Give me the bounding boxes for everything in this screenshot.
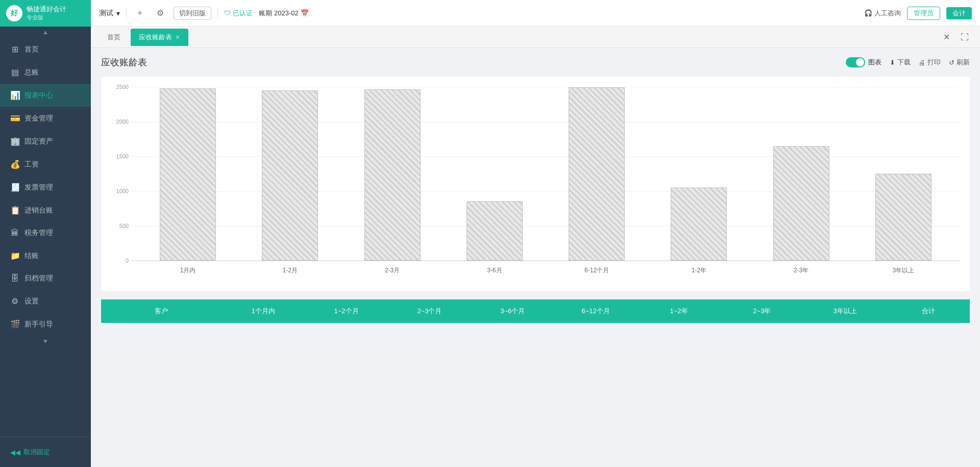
- tabbar: 首页 应收账龄表 ✕ ✕ ⛶: [91, 27, 980, 48]
- sidebar-item-tax[interactable]: 🏛 税务管理: [0, 222, 91, 244]
- sidebar-item-label: 报表中心: [24, 91, 53, 100]
- bar-6: [773, 146, 829, 261]
- topbar: 测试 ▾ ＋ ⚙ 切到旧版 🛡 已认证 账期 2023-02 📅 🎧 人工咨询 …: [91, 0, 980, 27]
- old-version-button[interactable]: 切到旧版: [174, 7, 211, 20]
- sidebar-item-reports[interactable]: 📊 报表中心: [0, 84, 91, 107]
- project-name: 测试: [99, 9, 113, 18]
- sidebar-item-label: 结账: [24, 251, 39, 261]
- scroll-down-indicator: ▼: [0, 336, 91, 347]
- sidebar-item-label: 设置: [24, 297, 39, 306]
- page-actions: 图表 ⬇ 下载 🖨 打印 ↺ 刷新: [846, 57, 970, 67]
- tax-icon: 🏛: [10, 228, 19, 238]
- bar-group-1: 1-2月: [239, 87, 341, 261]
- sidebar-item-label: 资金管理: [24, 114, 53, 123]
- topbar-right: 🎧 人工咨询 管理员 会计: [864, 7, 972, 20]
- logo-icon: 好: [6, 5, 22, 21]
- bar-group-5: 1-2年: [648, 87, 750, 261]
- assets-icon: 🏢: [10, 136, 19, 146]
- refresh-button[interactable]: ↺ 刷新: [949, 58, 970, 67]
- sidebar-item-label: 进销台账: [24, 206, 53, 215]
- sidebar-bottom: ◀◀ 取消固定: [0, 437, 91, 467]
- bar-x-label-6: 2-3年: [794, 266, 808, 275]
- shield-icon: 🛡: [224, 9, 231, 17]
- close-tab-button[interactable]: ✕: [939, 30, 953, 44]
- tab-receivable-aging-label: 应收账龄表: [139, 33, 172, 42]
- topbar-divider-2: [217, 8, 218, 18]
- headset-icon: 🎧: [864, 9, 872, 17]
- tab-home[interactable]: 首页: [99, 29, 129, 46]
- sidebar-item-close-accounts[interactable]: 📁 结账: [0, 244, 91, 267]
- sidebar-item-label: 发票管理: [24, 183, 53, 192]
- download-icon: ⬇: [890, 59, 895, 66]
- sidebar-item-salary[interactable]: 💰 工资: [0, 153, 91, 176]
- bar-x-label-3: 3-6月: [487, 266, 502, 275]
- th-1-2month: 1~2个月: [305, 299, 388, 323]
- sidebar-logo: 好 畅捷通好会计 专业版: [0, 0, 91, 27]
- sidebar-item-guide[interactable]: 🎬 新手引导: [0, 313, 91, 336]
- accountant-button[interactable]: 会计: [946, 7, 972, 19]
- sidebar-item-archive[interactable]: 🗄 归档管理: [0, 267, 91, 290]
- download-button[interactable]: ⬇ 下载: [890, 58, 911, 67]
- bar-4: [569, 87, 625, 261]
- sidebar-item-home[interactable]: ⊞ 首页: [0, 38, 91, 61]
- archive-icon: 🗄: [10, 274, 19, 283]
- user-button[interactable]: 管理员: [907, 7, 940, 20]
- period-display: 账期 2023-02 📅: [259, 9, 309, 18]
- sidebar-item-label: 新手引导: [24, 320, 53, 329]
- tab-home-label: 首页: [107, 33, 120, 42]
- th-2-3year: 2~3年: [720, 299, 803, 323]
- th-2-3month: 2~3个月: [388, 299, 471, 323]
- expand-button[interactable]: ⛶: [958, 30, 972, 44]
- bar-3: [467, 201, 523, 261]
- bar-group-2: 2-3月: [341, 87, 444, 261]
- chevron-down-icon: ▾: [116, 9, 120, 17]
- bar-1: [262, 90, 318, 261]
- certified-badge: 🛡 已认证: [224, 9, 253, 18]
- sidebar-item-ledger[interactable]: ▤ 总账: [0, 61, 91, 84]
- th-1month: 1个月内: [222, 299, 305, 323]
- bar-chart: 250020001500100050001月内1-2月2-3月3-6月6-12个…: [132, 87, 960, 281]
- sidebar-nav: ▲ ⊞ 首页 ▤ 总账 📊 报表中心 💳 资金管理 🏢 固定资产 💰 工资 🧾: [0, 27, 91, 437]
- bar-group-7: 3年以上: [852, 87, 954, 261]
- add-button[interactable]: ＋: [133, 6, 147, 20]
- th-customer: 客户: [101, 299, 222, 323]
- bar-x-label-2: 2-3月: [385, 266, 400, 275]
- calendar-icon[interactable]: 📅: [301, 9, 309, 17]
- sidebar-item-settings[interactable]: ⚙ 设置: [0, 290, 91, 313]
- th-total: 合计: [887, 299, 970, 323]
- refresh-icon: ↺: [949, 59, 954, 66]
- bar-x-label-0: 1月内: [180, 266, 196, 275]
- main-area: 测试 ▾ ＋ ⚙ 切到旧版 🛡 已认证 账期 2023-02 📅 🎧 人工咨询 …: [91, 0, 980, 467]
- cancel-fixed-button[interactable]: ◀◀ 取消固定: [0, 442, 91, 462]
- sidebar-item-label: 首页: [24, 45, 39, 54]
- settings-gear-button[interactable]: ⚙: [153, 6, 167, 20]
- bar-x-label-4: 6-12个月: [584, 266, 609, 275]
- tab-close-icon[interactable]: ✕: [175, 34, 180, 41]
- page-title: 应收账龄表: [101, 56, 147, 68]
- bar-x-label-1: 1-2月: [283, 266, 298, 275]
- sidebar-item-assets[interactable]: 🏢 固定资产: [0, 130, 91, 153]
- consult-button[interactable]: 🎧 人工咨询: [864, 9, 901, 18]
- bar-x-label-5: 1-2年: [692, 266, 706, 275]
- page-content: 应收账龄表 图表 ⬇ 下载 🖨 打印 ↺ 刷新: [91, 48, 980, 467]
- th-6-12month: 6~12个月: [554, 299, 638, 323]
- print-button[interactable]: 🖨 打印: [919, 58, 941, 67]
- sidebar-item-label: 归档管理: [24, 274, 53, 283]
- bar-group-6: 2-3年: [750, 87, 852, 261]
- chart-toggle-switch[interactable]: [846, 57, 865, 67]
- sidebar-item-label: 税务管理: [24, 228, 53, 238]
- sidebar-item-invoice[interactable]: 🧾 发票管理: [0, 176, 91, 199]
- salary-icon: 💰: [10, 159, 19, 169]
- tab-receivable-aging[interactable]: 应收账龄表 ✕: [131, 29, 188, 46]
- sidebar-item-stock[interactable]: 📋 进销台账: [0, 199, 91, 222]
- bar-7: [875, 174, 932, 261]
- page-title-bar: 应收账龄表 图表 ⬇ 下载 🖨 打印 ↺ 刷新: [101, 56, 970, 68]
- close-accounts-icon: 📁: [10, 251, 19, 261]
- project-selector[interactable]: 测试 ▾: [99, 9, 120, 18]
- sidebar: 好 畅捷通好会计 专业版 ▲ ⊞ 首页 ▤ 总账 📊 报表中心 💳 资金管理 🏢: [0, 0, 91, 467]
- guide-icon: 🎬: [10, 319, 19, 329]
- scroll-up-indicator: ▲: [0, 27, 91, 38]
- settings-icon: ⚙: [10, 296, 19, 306]
- th-over-3year: 3年以上: [803, 299, 887, 323]
- sidebar-item-capital[interactable]: 💳 资金管理: [0, 107, 91, 130]
